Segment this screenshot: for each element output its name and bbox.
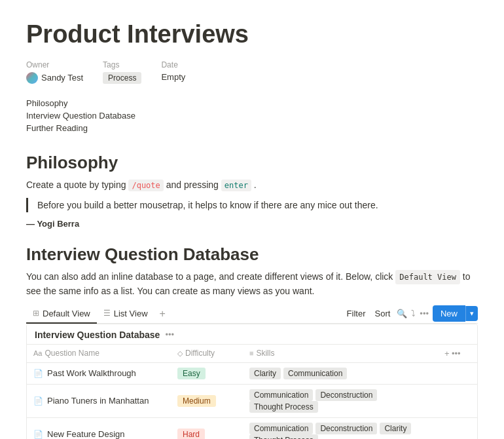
skill-tag[interactable]: Deconstruction: [315, 423, 377, 434]
row-name-text[interactable]: Past Work Walkthrough: [47, 368, 136, 378]
row-name-text[interactable]: New Feature Design: [47, 429, 125, 439]
db-header: Interview Question Database •••: [27, 324, 477, 345]
cell-name: 📄New Feature Design: [27, 417, 171, 439]
instruction-mid: and pressing: [164, 180, 221, 190]
sort-button[interactable]: Sort: [372, 307, 393, 320]
quote-text: Before you build a better mousetrap, it …: [37, 198, 478, 212]
tab-default-view[interactable]: ⊞ Default View: [26, 305, 97, 324]
search-icon[interactable]: 🔍: [397, 309, 407, 318]
quote-author: — Yogi Berra: [26, 219, 478, 229]
db-table-title: Interview Question Database: [35, 330, 160, 340]
filter-button[interactable]: Filter: [344, 307, 369, 320]
page-container: Product Interviews Owner Sandy Test Tags…: [0, 0, 504, 439]
row-name-text[interactable]: Piano Tuners in Manhattan: [47, 396, 149, 406]
philosophy-title: Philosophy: [26, 153, 478, 173]
table-row[interactable]: 📄Piano Tuners in ManhattanMediumCommunic…: [27, 384, 477, 417]
cell-actions: [438, 384, 477, 417]
skill-tag[interactable]: Communication: [249, 423, 313, 434]
toolbar-right: Filter Sort 🔍 ⤵ ••• New ▾: [344, 305, 478, 322]
skill-tag[interactable]: Deconstruction: [315, 389, 377, 401]
row-doc-icon: 📄: [33, 369, 43, 378]
date-text: Empty: [161, 72, 185, 82]
th-skills-label: Skills: [256, 349, 274, 358]
table-icon: ⊞: [33, 309, 39, 318]
cell-difficulty: Hard: [171, 417, 243, 439]
tags-value: Process: [103, 72, 141, 84]
row-doc-icon: 📄: [33, 396, 43, 406]
cell-skills: CommunicationDeconstructionClarityThough…: [243, 417, 438, 439]
table-row[interactable]: 📄Past Work WalkthroughEasyClarityCommuni…: [27, 362, 477, 384]
cell-difficulty: Easy: [171, 362, 243, 384]
table-options-icon[interactable]: •••: [452, 349, 461, 358]
tab-default-label: Default View: [43, 309, 90, 318]
skill-tag[interactable]: Communication: [249, 389, 313, 401]
add-column-icon[interactable]: +: [444, 349, 450, 358]
list-icon: ☰: [103, 309, 111, 318]
table-body: 📄Past Work WalkthroughEasyClarityCommuni…: [27, 362, 477, 439]
skill-tag[interactable]: Thought Process: [249, 434, 318, 439]
row-doc-icon: 📄: [33, 430, 43, 439]
th-difficulty-icon: ◇: [177, 349, 183, 358]
cell-actions: [438, 417, 477, 439]
owner-name: Sandy Test: [41, 73, 83, 83]
filter-icon[interactable]: ⤵: [411, 309, 416, 318]
new-button[interactable]: New: [433, 305, 465, 322]
db-desc: You can also add an inline database to a…: [26, 270, 478, 298]
skill-tag[interactable]: Clarity: [380, 423, 411, 434]
th-skills: ≡ Skills: [243, 345, 438, 363]
blockquote: Before you build a better mousetrap, it …: [26, 198, 478, 212]
cell-name: 📄Past Work Walkthrough: [27, 362, 171, 384]
view-tabs-toolbar: ⊞ Default View ☰ List View + Filter Sort…: [26, 305, 478, 324]
toc-item-further-reading[interactable]: Further Reading: [26, 122, 478, 134]
new-button-chevron[interactable]: ▾: [465, 306, 478, 321]
instruction-post: .: [251, 180, 257, 190]
db-section: Interview Question Database You can also…: [26, 244, 478, 439]
table-of-contents: Philosophy Interview Question Database F…: [26, 97, 478, 134]
tab-list-view[interactable]: ☰ List View: [97, 305, 154, 324]
meta-date: Date Empty: [161, 60, 185, 82]
tags-label: Tags: [103, 60, 141, 69]
th-actions: + •••: [438, 345, 477, 363]
owner-value: Sandy Test: [26, 72, 83, 84]
skill-tag[interactable]: Communication: [283, 368, 347, 379]
meta-tags: Tags Process: [103, 60, 141, 84]
quote-code: /quote: [128, 180, 163, 191]
skill-tag[interactable]: Thought Process: [249, 401, 318, 413]
th-question-name: Aa Question Name: [27, 345, 171, 363]
toc-item-philosophy[interactable]: Philosophy: [26, 97, 478, 109]
avatar: [26, 72, 38, 84]
db-desc-pre: You can also add an inline database to a…: [26, 271, 395, 282]
add-view-button[interactable]: +: [156, 305, 170, 322]
database-container: Interview Question Database ••• Aa Quest…: [26, 324, 478, 439]
tag-process[interactable]: Process: [103, 72, 141, 84]
cell-actions: [438, 362, 477, 384]
difficulty-badge[interactable]: Medium: [177, 395, 216, 407]
table-header-row: Aa Question Name ◇ Difficulty: [27, 345, 477, 363]
questions-table: Aa Question Name ◇ Difficulty: [27, 345, 477, 439]
page-title: Product Interviews: [26, 20, 478, 50]
cell-name: 📄Piano Tuners in Manhattan: [27, 384, 171, 417]
tab-list-label: List View: [114, 309, 148, 318]
db-section-title: Interview Question Database: [26, 244, 478, 265]
toc-item-interview-db[interactable]: Interview Question Database: [26, 109, 478, 122]
date-value: Empty: [161, 72, 185, 82]
db-title-dots[interactable]: •••: [165, 330, 174, 339]
skill-tag[interactable]: Clarity: [249, 368, 281, 379]
difficulty-badge[interactable]: Easy: [177, 368, 206, 379]
philosophy-desc: Create a quote by typing /quote and pres…: [26, 180, 478, 190]
th-name-icon: Aa: [33, 349, 42, 357]
meta-owner: Owner Sandy Test: [26, 60, 83, 84]
default-view-code: Default View: [395, 270, 460, 284]
cell-skills: ClarityCommunication: [243, 362, 438, 384]
th-difficulty-label: Difficulty: [185, 349, 215, 358]
instruction-pre: Create a quote by typing: [26, 180, 128, 190]
table-row[interactable]: 📄New Feature DesignHardCommunicationDeco…: [27, 417, 477, 439]
enter-code: enter: [221, 180, 251, 191]
philosophy-section: Philosophy Create a quote by typing /quo…: [26, 153, 478, 229]
cell-difficulty: Medium: [171, 384, 243, 417]
more-options-icon[interactable]: •••: [420, 309, 429, 318]
difficulty-badge[interactable]: Hard: [177, 429, 205, 439]
cell-skills: CommunicationDeconstructionThought Proce…: [243, 384, 438, 417]
new-button-group: New ▾: [433, 305, 478, 322]
date-label: Date: [161, 60, 185, 69]
